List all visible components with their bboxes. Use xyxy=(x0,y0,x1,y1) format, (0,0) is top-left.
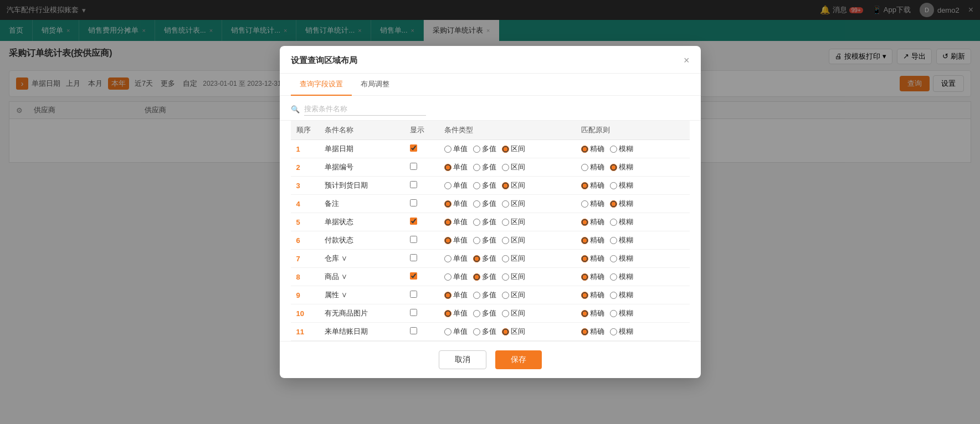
row-10-show-checkbox[interactable] xyxy=(410,327,417,334)
row-9-show-checkbox[interactable] xyxy=(410,309,417,316)
modal-header: 设置查询区域布局 × xyxy=(280,46,701,74)
row-1-type-多值[interactable]: 多值 xyxy=(473,162,496,172)
row-5-show-checkbox[interactable] xyxy=(410,236,417,243)
row-1-order: 2 xyxy=(291,158,319,177)
row-5-type: 单值多值区间 xyxy=(439,231,576,250)
row-1-match-模糊[interactable]: 模糊 xyxy=(610,162,633,172)
modal-close-button[interactable]: × xyxy=(684,55,690,66)
row-3-order: 4 xyxy=(291,195,319,213)
row-6-match-精确[interactable]: 精确 xyxy=(581,254,604,263)
row-2-type-单值[interactable]: 单值 xyxy=(444,180,468,190)
row-2-order: 3 xyxy=(291,177,319,195)
row-5-type-多值[interactable]: 多值 xyxy=(473,235,496,245)
row-6-show-checkbox[interactable] xyxy=(410,254,417,261)
row-4-show-checkbox[interactable] xyxy=(410,218,417,225)
row-8-type-区间[interactable]: 区间 xyxy=(502,290,525,300)
row-1-show xyxy=(404,158,439,177)
row-9-order: 10 xyxy=(291,304,319,323)
table-row: 3预计到货日期单值多值区间精确模糊 xyxy=(291,177,690,195)
modal-search-input[interactable] xyxy=(304,102,426,116)
row-8-match-精确[interactable]: 精确 xyxy=(581,290,604,300)
row-4-type-多值[interactable]: 多值 xyxy=(473,217,496,227)
row-0-show xyxy=(404,140,439,158)
row-5-match-精确[interactable]: 精确 xyxy=(581,235,604,245)
row-6-match-模糊[interactable]: 模糊 xyxy=(610,254,633,263)
row-5-type-单值[interactable]: 单值 xyxy=(444,235,468,245)
row-10-match-模糊[interactable]: 模糊 xyxy=(610,327,633,337)
row-2-match-精确[interactable]: 精确 xyxy=(581,180,604,190)
th-order: 顺序 xyxy=(291,121,319,140)
row-10-match: 精确模糊 xyxy=(576,323,690,341)
row-7-show-checkbox[interactable] xyxy=(410,272,417,280)
row-10-name: 来单结账日期 xyxy=(319,323,404,341)
row-1-match-精确[interactable]: 精确 xyxy=(581,162,604,172)
row-0-show-checkbox[interactable] xyxy=(410,144,417,152)
row-8-order: 9 xyxy=(291,286,319,304)
row-0-type-单值[interactable]: 单值 xyxy=(444,144,468,154)
row-6-type-多值[interactable]: 多值 xyxy=(473,254,496,263)
row-0-type-区间[interactable]: 区间 xyxy=(502,144,525,154)
row-1-match: 精确模糊 xyxy=(576,158,690,177)
row-3-show-checkbox[interactable] xyxy=(410,199,417,206)
row-0-match-精确[interactable]: 精确 xyxy=(581,144,604,154)
row-1-type-区间[interactable]: 区间 xyxy=(502,162,525,172)
row-4-type: 单值多值区间 xyxy=(439,213,576,231)
row-4-type-区间[interactable]: 区间 xyxy=(502,217,525,227)
row-4-match-模糊[interactable]: 模糊 xyxy=(610,217,633,227)
table-row: 9属性 ∨单值多值区间精确模糊 xyxy=(291,286,690,304)
row-7-match-精确[interactable]: 精确 xyxy=(581,272,604,282)
row-9-match-精确[interactable]: 精确 xyxy=(581,308,604,318)
row-4-type-单值[interactable]: 单值 xyxy=(444,217,468,227)
row-6-type-单值[interactable]: 单值 xyxy=(444,254,468,263)
row-7-match: 精确模糊 xyxy=(576,268,690,286)
row-7-type-单值[interactable]: 单值 xyxy=(444,272,468,282)
row-9-match-模糊[interactable]: 模糊 xyxy=(610,308,633,318)
row-1-type-单值[interactable]: 单值 xyxy=(444,162,468,172)
row-10-match-精确[interactable]: 精确 xyxy=(581,327,604,337)
table-row: 11来单结账日期单值多值区间精确模糊 xyxy=(291,323,690,341)
row-2-type-区间[interactable]: 区间 xyxy=(502,180,525,190)
row-8-match-模糊[interactable]: 模糊 xyxy=(610,290,633,300)
row-2-match-模糊[interactable]: 模糊 xyxy=(610,180,633,190)
row-10-type-单值[interactable]: 单值 xyxy=(444,327,468,337)
row-0-match-模糊[interactable]: 模糊 xyxy=(610,144,633,154)
modal-search-icon: 🔍 xyxy=(291,105,300,113)
row-8-type-多值[interactable]: 多值 xyxy=(473,290,496,300)
row-6-type-区间[interactable]: 区间 xyxy=(502,254,525,263)
row-2-type-多值[interactable]: 多值 xyxy=(473,180,496,190)
th-show: 显示 xyxy=(404,121,439,140)
table-row: 5单据状态单值多值区间精确模糊 xyxy=(291,213,690,231)
row-3-type-区间[interactable]: 区间 xyxy=(502,199,525,209)
modal-overlay: 设置查询区域布局 × 查询字段设置 布局调整 🔍 顺序 条件名称 xyxy=(0,0,980,424)
row-7-name: 商品 ∨ xyxy=(319,268,404,286)
row-2-show-checkbox[interactable] xyxy=(410,181,417,188)
modal-search-area: 🔍 xyxy=(280,96,701,121)
row-9-type-多值[interactable]: 多值 xyxy=(473,308,496,318)
row-9-type-区间[interactable]: 区间 xyxy=(502,308,525,318)
row-3-type-单值[interactable]: 单值 xyxy=(444,199,468,209)
row-9-type-单值[interactable]: 单值 xyxy=(444,308,468,318)
row-5-type-区间[interactable]: 区间 xyxy=(502,235,525,245)
row-1-show-checkbox[interactable] xyxy=(410,163,417,170)
row-3-match-模糊[interactable]: 模糊 xyxy=(610,199,633,209)
save-button[interactable]: 保存 xyxy=(495,350,542,369)
row-8-type-单值[interactable]: 单值 xyxy=(444,290,468,300)
row-7-type-区间[interactable]: 区间 xyxy=(502,272,525,282)
row-10-type-区间[interactable]: 区间 xyxy=(502,327,525,337)
row-0-type-多值[interactable]: 多值 xyxy=(473,144,496,154)
row-7-match-模糊[interactable]: 模糊 xyxy=(610,272,633,282)
row-3-type-多值[interactable]: 多值 xyxy=(473,199,496,209)
tab-layout-adjust[interactable]: 布局调整 xyxy=(352,74,398,96)
tab-field-settings[interactable]: 查询字段设置 xyxy=(291,74,352,96)
table-row: 8商品 ∨单值多值区间精确模糊 xyxy=(291,268,690,286)
row-4-match-精确[interactable]: 精确 xyxy=(581,217,604,227)
th-name: 条件名称 xyxy=(319,121,404,140)
row-8-show-checkbox[interactable] xyxy=(410,291,417,298)
row-10-type-多值[interactable]: 多值 xyxy=(473,327,496,337)
cancel-button[interactable]: 取消 xyxy=(439,350,486,369)
row-3-match-精确[interactable]: 精确 xyxy=(581,199,604,209)
table-row: 1单据日期单值多值区间精确模糊 xyxy=(291,140,690,158)
row-7-type: 单值多值区间 xyxy=(439,268,576,286)
row-5-match-模糊[interactable]: 模糊 xyxy=(610,235,633,245)
row-7-type-多值[interactable]: 多值 xyxy=(473,272,496,282)
